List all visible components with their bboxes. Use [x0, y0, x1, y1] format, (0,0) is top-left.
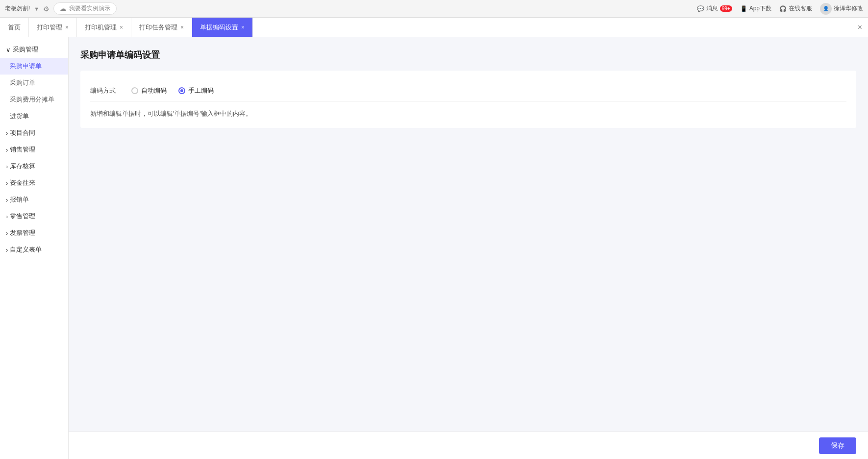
cloud-icon: ☁ [60, 5, 66, 12]
sidebar-group-invoice-mgmt-header[interactable]: › 发票管理 [0, 225, 68, 241]
sidebar-group-returns-header[interactable]: › 报销单 [0, 191, 68, 208]
chevron-right-icon-2: › [6, 146, 8, 153]
main-layout: ∨ 采购管理 采购申请单 采购订单 采购费用分摊单 进货单 › 项目合同 › 销… [0, 37, 868, 459]
chevron-right-icon: › [6, 129, 8, 137]
message-action[interactable]: 💬 消息 99+ [697, 4, 732, 13]
browser-bar: 老板勿割! ▼ ⚙ ☁ 我要看实例演示 💬 消息 99+ 📱 App下数 🎧 在… [0, 0, 868, 18]
sidebar-group-purchase-mgmt-header[interactable]: ∨ 采购管理 [0, 41, 68, 58]
appdownload-action[interactable]: 📱 App下数 [740, 4, 771, 13]
sidebar-item-purchase-request[interactable]: 采购申请单 [0, 58, 68, 75]
sidebar-item-purchase-request-label: 采购申请单 [10, 62, 42, 70]
tab-print-task-mgmt-close[interactable]: × [180, 24, 184, 31]
tab-print-task-mgmt[interactable]: 打印任务管理 × [131, 18, 192, 37]
save-button[interactable]: 保存 [819, 437, 856, 454]
footer-bar: 保存 [69, 432, 868, 459]
user-name: 徐泽华修改 [834, 4, 863, 13]
sidebar-group-sales-mgmt-header[interactable]: › 销售管理 [0, 141, 68, 158]
chevron-right-icon-7: › [6, 230, 8, 237]
auto-encoding-option[interactable]: 自动编码 [131, 86, 167, 95]
service-label: 在线客服 [789, 4, 812, 13]
search-bar[interactable]: ☁ 我要看实例演示 [53, 2, 117, 15]
message-icon: 💬 [697, 5, 704, 12]
browser-title: 老板勿割! [5, 4, 30, 13]
chevron-right-icon-5: › [6, 196, 8, 204]
sidebar-group-inventory-label: 库存核算 [10, 162, 35, 171]
tab-printer-mgmt-close[interactable]: × [120, 24, 123, 31]
manual-encoding-radio[interactable] [178, 87, 185, 94]
sidebar-group-purchase-mgmt: ∨ 采购管理 采购申请单 采购订单 采购费用分摊单 进货单 [0, 41, 68, 125]
sidebar-item-purchase-expense[interactable]: 采购费用分摊单 [0, 91, 68, 108]
search-text: 我要看实例演示 [69, 4, 110, 13]
manual-encoding-label: 手工编码 [188, 86, 214, 95]
dropdown-icon[interactable]: ▼ [34, 6, 39, 12]
sidebar-group-inventory-header[interactable]: › 库存核算 [0, 158, 68, 175]
settings-card: 编码方式 自动编码 手工编码 新增和编辑单据时，可以编辑'单据编号'输入框中的内… [80, 71, 856, 128]
sidebar-group-sales-mgmt-label: 销售管理 [10, 145, 35, 154]
sidebar-item-purchase-order-label: 采购订单 [10, 79, 35, 86]
chevron-right-icon-3: › [6, 163, 8, 170]
auto-encoding-radio[interactable] [131, 87, 138, 94]
sidebar-item-purchase-order[interactable]: 采购订单 [0, 75, 68, 91]
sidebar-group-purchase-mgmt-label: 采购管理 [13, 45, 38, 54]
tab-print-mgmt-close[interactable]: × [65, 24, 69, 31]
settings-icon[interactable]: ⚙ [43, 5, 50, 13]
auto-encoding-label: 自动编码 [141, 86, 167, 95]
tab-print-mgmt-label: 打印管理 [37, 23, 62, 32]
user-info[interactable]: 👤 徐泽华修改 [820, 3, 863, 15]
chevron-down-icon: ∨ [6, 46, 11, 53]
appdownload-label: App下数 [749, 4, 771, 13]
page-title: 采购申请单编码设置 [80, 49, 856, 61]
content-main: 采购申请单编码设置 编码方式 自动编码 手工编码 新增和编辑单据时，可以编辑'单… [69, 37, 868, 432]
phone-icon: 📱 [740, 5, 747, 12]
content-area: 采购申请单编码设置 编码方式 自动编码 手工编码 新增和编辑单据时，可以编辑'单… [69, 37, 868, 459]
avatar: 👤 [820, 3, 832, 15]
tab-home-label: 首页 [8, 23, 21, 32]
tab-printer-mgmt[interactable]: 打印机管理 × [77, 18, 131, 37]
encoding-label: 编码方式 [90, 86, 120, 95]
chevron-right-icon-8: › [6, 246, 8, 254]
message-badge: 99+ [720, 5, 732, 12]
service-action[interactable]: 🎧 在线客服 [779, 4, 812, 13]
tab-bar-close-btn[interactable]: × [852, 23, 868, 32]
sidebar-item-stock-in-label: 进货单 [10, 112, 29, 120]
manual-encoding-option[interactable]: 手工编码 [178, 86, 214, 95]
tab-barcode-settings-close[interactable]: × [241, 24, 245, 31]
tab-home[interactable]: 首页 [0, 18, 29, 37]
tab-barcode-settings[interactable]: 单据编码设置 × [192, 18, 253, 37]
tab-print-task-mgmt-label: 打印任务管理 [139, 23, 177, 32]
message-label: 消息 [706, 4, 718, 13]
sidebar-group-returns-label: 报销单 [10, 195, 29, 204]
chevron-right-icon-4: › [6, 179, 8, 187]
tab-barcode-settings-label: 单据编码设置 [200, 23, 238, 32]
sidebar-group-retail-mgmt-header[interactable]: › 零售管理 [0, 208, 68, 225]
sidebar-group-project-contract-label: 项目合同 [10, 128, 35, 137]
headset-icon: 🎧 [779, 5, 787, 12]
header-actions: 💬 消息 99+ 📱 App下数 🎧 在线客服 👤 徐泽华修改 [697, 3, 863, 15]
tab-print-mgmt[interactable]: 打印管理 × [29, 18, 77, 37]
sidebar-group-custom-forms-label: 自定义表单 [10, 245, 42, 254]
sidebar-group-custom-forms-header[interactable]: › 自定义表单 [0, 241, 68, 258]
chevron-right-icon-6: › [6, 213, 8, 220]
sidebar-group-capital-label: 资金往来 [10, 178, 35, 187]
sidebar-group-retail-mgmt-label: 零售管理 [10, 212, 35, 221]
sidebar: ∨ 采购管理 采购申请单 采购订单 采购费用分摊单 进货单 › 项目合同 › 销… [0, 37, 69, 459]
hint-text: 新增和编辑单据时，可以编辑'单据编号'输入框中的内容。 [90, 109, 846, 118]
encoding-row: 编码方式 自动编码 手工编码 [90, 80, 846, 102]
sidebar-group-capital-header[interactable]: › 资金往来 [0, 175, 68, 191]
tab-printer-mgmt-label: 打印机管理 [85, 23, 117, 32]
sidebar-group-project-contract-header[interactable]: › 项目合同 [0, 125, 68, 141]
sidebar-group-invoice-mgmt-label: 发票管理 [10, 229, 35, 237]
sidebar-item-purchase-expense-label: 采购费用分摊单 [10, 96, 54, 103]
tab-bar: 首页 打印管理 × 打印机管理 × 打印任务管理 × 单据编码设置 × × [0, 18, 868, 37]
sidebar-item-stock-in[interactable]: 进货单 [0, 108, 68, 125]
